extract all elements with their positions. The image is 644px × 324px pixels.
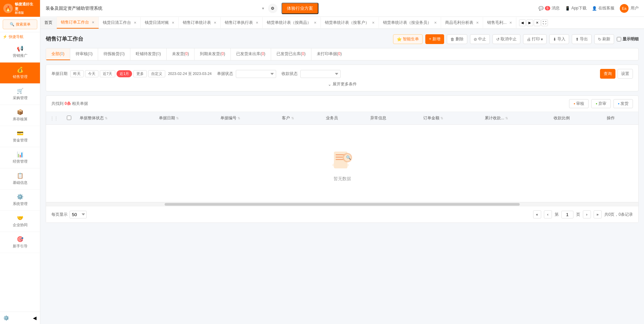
refresh-button[interactable]: ↻ 刷新	[594, 34, 614, 44]
cancel-stop-button[interactable]: ↺ 取消中止	[492, 34, 520, 44]
import-button[interactable]: ⬇ 导入	[549, 34, 569, 44]
sidebar-item-inventory[interactable]: 📦 库存核算	[0, 105, 40, 126]
date-btn-yesterday[interactable]: 昨天	[70, 70, 84, 77]
delete-button[interactable]: 🗑 删除	[447, 34, 467, 44]
tab-close-sales-order[interactable]: ✕	[92, 21, 94, 24]
ship-btn[interactable]: 发货	[613, 99, 633, 108]
table-wrap: 共找到 0条 相关单据 审核 弃审 发货 ⋮⋮	[46, 95, 639, 223]
tab-close-cash-daily[interactable]: ✕	[134, 21, 136, 25]
sidebar-item-purchase[interactable]: 🛒 采购管理	[0, 84, 40, 105]
per-page-select[interactable]: 50 20 100	[70, 211, 87, 218]
sidebar-item-marketing[interactable]: 📢 营销推广	[0, 41, 40, 63]
next-page-btn[interactable]: ›	[583, 210, 591, 218]
sidebar-item-cooperation[interactable]: 🤝 企业协同	[0, 211, 40, 232]
tab-sales-staff[interactable]: 销货单统计表（按业务员） ✕	[379, 17, 441, 28]
user-info[interactable]: Ea 用户	[620, 4, 639, 13]
date-btn-custom[interactable]: 自定义	[148, 70, 165, 77]
page-input[interactable]	[561, 211, 573, 218]
tab-close-sales-stats[interactable]: ✕	[214, 21, 216, 25]
sidebar-item-operations[interactable]: 📊 经营管理	[0, 147, 40, 168]
tab-sales-margin[interactable]: 销售毛利... ✕	[483, 17, 516, 28]
first-page-btn[interactable]: «	[533, 210, 541, 218]
sidebar-item-system[interactable]: ⚙️ 系统管理	[0, 190, 40, 211]
payment-select[interactable]	[300, 70, 341, 78]
message-btn[interactable]: 💬 6 消息	[539, 5, 560, 11]
online-service-btn[interactable]: 👤 在线客服	[592, 5, 614, 11]
tab-close-all-btn[interactable]: ✕	[534, 19, 541, 26]
add-button[interactable]: + 新增	[425, 34, 444, 44]
smart-create-button[interactable]: ⭐ 智能生单	[393, 34, 423, 44]
sub-tab-not-printed[interactable]: 未打印单据(0)	[311, 48, 347, 60]
stop-button[interactable]: ⊘ 中止	[470, 34, 490, 44]
status-select[interactable]	[236, 70, 276, 78]
settings-footer-icon[interactable]: ⚙️	[3, 315, 9, 321]
show-detail-input[interactable]	[617, 37, 621, 41]
quick-nav[interactable]: ⚡ 快捷导航	[0, 32, 40, 41]
prev-page-btn[interactable]: ‹	[544, 210, 552, 218]
tab-next-btn[interactable]: ▶	[526, 19, 533, 26]
sidebar-item-basic-info[interactable]: 📋 基础信息	[0, 168, 40, 190]
sub-tab-all[interactable]: 全部(0)	[46, 48, 70, 60]
date-btn-1month[interactable]: 近1月	[117, 70, 132, 77]
sub-tab-shipped-not-out[interactable]: 已发货未出库(0)	[231, 48, 271, 60]
settings-chevron-icon[interactable]: ▾	[262, 6, 264, 11]
sub-tab-wangpu-ship[interactable]: 旺铺待发货(0)	[130, 48, 167, 60]
sub-tab-pending-check[interactable]: 待拣验货(0)	[98, 48, 130, 60]
tab-prev-btn[interactable]: ◀	[519, 19, 526, 26]
tab-maximize-btn[interactable]: ⛶	[541, 19, 548, 26]
date-btn-today[interactable]: 今天	[85, 70, 98, 77]
tab-sales-order[interactable]: 销售订单工作台 ✕	[57, 17, 99, 29]
date-btn-more[interactable]: 更多	[133, 70, 147, 77]
sidebar-item-finance[interactable]: 💳 资金管理	[0, 126, 40, 147]
tab-cash-daily[interactable]: 钱货日清工作台 ✕	[99, 17, 141, 28]
tab-close-sales-staff[interactable]: ✕	[434, 21, 437, 25]
sub-tab-not-shipped[interactable]: 未发货(0)	[167, 48, 195, 60]
app-download-btn[interactable]: 📱 App下载	[565, 5, 587, 11]
tab-gross-profit[interactable]: 商品毛利分析表 ✕	[441, 17, 483, 28]
tab-home[interactable]: 首页	[40, 17, 57, 28]
solution-button[interactable]: 体验行业方案	[282, 3, 318, 14]
tab-sales-product[interactable]: 销货单统计表（按商品） ✕	[263, 17, 321, 28]
search-menu-button[interactable]: 🔍 搜索菜单	[3, 19, 37, 29]
sub-tab-pending-audit[interactable]: 待审核(0)	[70, 48, 98, 60]
sidebar-item-guide[interactable]: 🎯 新手引导	[0, 232, 40, 253]
date-range: 2023-02-24 至 2023-03-24	[168, 71, 212, 76]
refresh-icon: ↻	[598, 37, 601, 42]
sidebar-item-sales[interactable]: 💰 销售管理	[0, 63, 40, 84]
header-actions: 💬 6 消息 📱 App下载 👤 在线客服 Ea 用户	[539, 4, 639, 13]
table-body: 🔍 暂无数据	[46, 125, 638, 202]
sidebar-nav: 📢 营销推广 💰 销售管理 🛒 采购管理 📦 库存核算 💳 资金管理 📊 经营管…	[0, 41, 40, 312]
last-page-btn[interactable]: »	[594, 210, 602, 218]
tab-close-gross-profit[interactable]: ✕	[476, 21, 479, 25]
tab-sales-customer[interactable]: 销货单统计表（按客户） ✕	[321, 17, 379, 28]
th-number: 单据编号 ⇅	[216, 112, 278, 125]
date-btn-7days[interactable]: 近7天	[100, 70, 115, 77]
star-icon: ⭐	[397, 37, 402, 42]
show-detail-checkbox[interactable]: 显示明细	[617, 36, 639, 42]
tab-sales-stats[interactable]: 销售订单统计表 ✕	[179, 17, 221, 28]
tab-close-sales-customer[interactable]: ✕	[372, 21, 375, 25]
tab-close-cash-reconcile[interactable]: ✕	[172, 21, 174, 25]
tab-sales-exec[interactable]: 销售订单执行表 ✕	[221, 17, 263, 28]
export-button[interactable]: ⬆ 导出	[572, 34, 592, 44]
print-button[interactable]: 🖨 打印 ▾	[523, 34, 547, 44]
horizontal-scrollbar[interactable]	[46, 202, 638, 206]
inventory-icon: 📦	[17, 109, 24, 115]
settings-button[interactable]: ⚙	[268, 4, 277, 13]
tab-close-sales-exec[interactable]: ✕	[256, 21, 258, 25]
expand-more-btn[interactable]: ⌄ 展开更多条件	[51, 81, 633, 87]
empty-state: 🔍 暂无数据	[46, 125, 638, 202]
sub-tab-shipped-out[interactable]: 已发货已出库(0)	[271, 48, 311, 60]
query-button[interactable]: 查询	[600, 69, 615, 79]
tab-cash-reconcile[interactable]: 钱货日清对账 ✕	[141, 17, 179, 28]
cancel-audit-btn[interactable]: 弃审	[591, 99, 611, 108]
sidebar-search-area: 🔍 搜索菜单	[0, 17, 40, 32]
tab-close-sales-product[interactable]: ✕	[314, 21, 316, 25]
tab-close-sales-margin[interactable]: ✕	[509, 21, 512, 25]
scroll-thumb[interactable]	[165, 203, 520, 206]
collapse-icon[interactable]: ◀	[33, 315, 37, 321]
sub-tab-expired-not-shipped[interactable]: 到期未发货(0)	[195, 48, 231, 60]
select-all-checkbox[interactable]	[67, 116, 71, 120]
audit-btn[interactable]: 审核	[569, 99, 589, 108]
filter-settings-button[interactable]: 设置	[617, 69, 633, 79]
